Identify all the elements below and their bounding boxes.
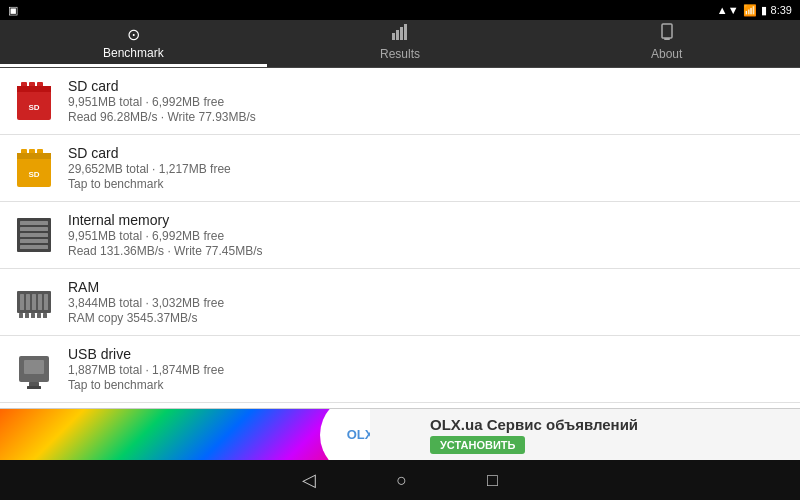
ram-detail: RAM copy 3545.37MB/s: [68, 311, 788, 325]
sd-card-2-detail: Tap to benchmark: [68, 177, 788, 191]
svg-rect-22: [20, 239, 48, 243]
svg-rect-29: [44, 294, 48, 310]
tab-results[interactable]: Results: [267, 20, 534, 67]
usb-drive-icon: [12, 347, 56, 391]
results-icon: [391, 23, 409, 45]
usb-drive-text: USB drive 1,887MB total · 1,874MB free T…: [68, 346, 788, 392]
ad-install-button[interactable]: УСТАНОВИТЬ: [430, 436, 525, 454]
svg-rect-26: [26, 294, 30, 310]
list-item[interactable]: Internal memory 9,951MB total · 6,992MB …: [0, 202, 800, 269]
internal-memory-subtitle: 9,951MB total · 6,992MB free: [68, 229, 788, 243]
svg-rect-32: [31, 313, 35, 318]
internal-memory-detail: Read 131.36MB/s · Write 77.45MB/s: [68, 244, 788, 258]
back-button[interactable]: ◁: [302, 469, 316, 491]
tab-bar: ⊙ Benchmark Results About: [0, 20, 800, 68]
svg-rect-20: [20, 227, 48, 231]
list-item[interactable]: SD SD card 29,652MB total · 1,217MB free…: [0, 135, 800, 202]
sd-card-2-text: SD card 29,652MB total · 1,217MB free Ta…: [68, 145, 788, 191]
home-button[interactable]: ○: [396, 470, 407, 491]
sd-card-1-text: SD card 9,951MB total · 6,992MB free Rea…: [68, 78, 788, 124]
usb-drive-subtitle: 1,887MB total · 1,874MB free: [68, 363, 788, 377]
sd-card-2-title: SD card: [68, 145, 788, 161]
usb-drive-title: USB drive: [68, 346, 788, 362]
svg-rect-33: [37, 313, 41, 318]
olx-logo-text: OLX: [347, 427, 370, 442]
recents-button[interactable]: □: [487, 470, 498, 491]
android-icon: ▣: [8, 4, 18, 17]
sd-card-2-subtitle: 29,652MB total · 1,217MB free: [68, 162, 788, 176]
svg-rect-16: [17, 153, 51, 159]
about-icon: [658, 23, 676, 45]
internal-memory-title: Internal memory: [68, 212, 788, 228]
sd-card-1-subtitle: 9,951MB total · 6,992MB free: [68, 95, 788, 109]
svg-rect-4: [662, 24, 672, 38]
sd-card-yellow-icon: SD: [12, 146, 56, 190]
content-area: SD SD card 9,951MB total · 6,992MB free …: [0, 68, 800, 408]
list-item[interactable]: USB drive 1,887MB total · 1,874MB free T…: [0, 336, 800, 403]
svg-rect-19: [20, 221, 48, 225]
svg-rect-23: [20, 245, 48, 249]
olx-logo: OLX: [320, 409, 370, 461]
list-item[interactable]: SD SD card 9,951MB total · 6,992MB free …: [0, 68, 800, 135]
wifi-icon: 📶: [743, 4, 757, 17]
ad-right: OLX.ua Сервис объявлений УСТАНОВИТЬ: [370, 416, 800, 454]
ad-title: OLX.ua Сервис объявлений: [430, 416, 638, 433]
svg-rect-38: [27, 386, 41, 389]
nav-bar: ◁ ○ □: [0, 460, 800, 500]
svg-rect-21: [20, 233, 48, 237]
svg-rect-5: [664, 38, 670, 40]
benchmark-icon: ⊙: [127, 25, 140, 44]
sd-card-1-detail: Read 96.28MB/s · Write 77.93MB/s: [68, 110, 788, 124]
tab-benchmark[interactable]: ⊙ Benchmark: [0, 20, 267, 67]
svg-rect-30: [19, 313, 23, 318]
ram-icon: [12, 280, 56, 324]
tab-about-label: About: [651, 47, 682, 61]
status-bar-right: ▲▼ 📶 ▮ 8:39: [717, 4, 792, 17]
sd-card-red-icon: SD: [12, 79, 56, 123]
svg-rect-1: [396, 30, 399, 40]
ram-title: RAM: [68, 279, 788, 295]
ad-left-colorful: OLX: [0, 409, 370, 461]
svg-rect-3: [404, 24, 407, 40]
tab-results-label: Results: [380, 47, 420, 61]
svg-rect-27: [32, 294, 36, 310]
usb-drive-detail: Tap to benchmark: [68, 378, 788, 392]
svg-rect-25: [20, 294, 24, 310]
internal-memory-text: Internal memory 9,951MB total · 6,992MB …: [68, 212, 788, 258]
svg-rect-36: [24, 360, 44, 374]
svg-rect-2: [400, 27, 403, 40]
battery-icon: ▮: [761, 4, 767, 17]
time-display: 8:39: [771, 4, 792, 16]
svg-rect-0: [392, 33, 395, 40]
status-bar-left: ▣: [8, 4, 18, 17]
ad-banner[interactable]: OLX OLX.ua Сервис объявлений УСТАНОВИТЬ: [0, 408, 800, 460]
sd-card-1-title: SD card: [68, 78, 788, 94]
signal-icon: ▲▼: [717, 4, 739, 16]
svg-rect-31: [25, 313, 29, 318]
svg-rect-10: [17, 86, 51, 92]
status-bar: ▣ ▲▼ 📶 ▮ 8:39: [0, 0, 800, 20]
svg-rect-28: [38, 294, 42, 310]
tab-about[interactable]: About: [533, 20, 800, 67]
list-item[interactable]: RAM 3,844MB total · 3,032MB free RAM cop…: [0, 269, 800, 336]
svg-text:SD: SD: [28, 103, 39, 112]
ram-text: RAM 3,844MB total · 3,032MB free RAM cop…: [68, 279, 788, 325]
ram-subtitle: 3,844MB total · 3,032MB free: [68, 296, 788, 310]
tab-benchmark-label: Benchmark: [103, 46, 164, 60]
internal-memory-icon: [12, 213, 56, 257]
svg-rect-34: [43, 313, 47, 318]
svg-text:SD: SD: [28, 170, 39, 179]
